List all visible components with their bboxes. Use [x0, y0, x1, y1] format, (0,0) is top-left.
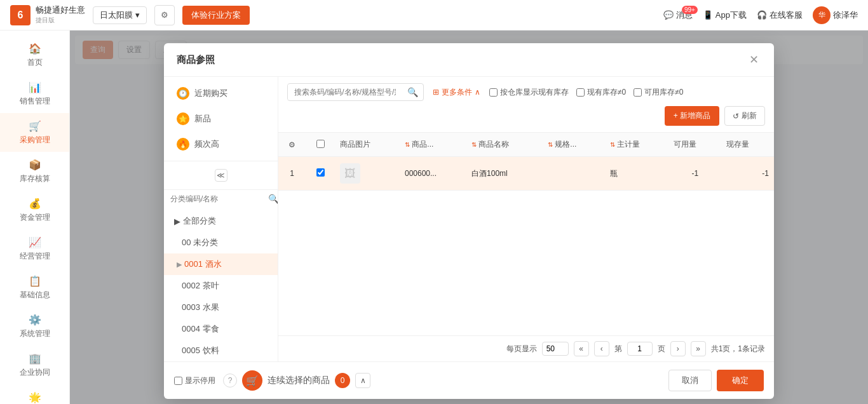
th-checkbox — [306, 133, 335, 157]
th-settings[interactable]: ⚙ — [278, 133, 306, 157]
sidebar-item-purchase[interactable]: 🛒 采购管理 — [0, 113, 69, 152]
message-button[interactable]: 💬 消息 99+ — [663, 10, 693, 21]
quick-recent-purchase[interactable]: 🕐 近期购买 — [172, 83, 270, 104]
page-suffix: 页 — [658, 344, 665, 354]
freq-icon: 🔥 — [177, 138, 189, 151]
trial-button[interactable]: 体验行业方案 — [182, 6, 250, 25]
modal-title: 商品参照 — [177, 54, 215, 66]
modal-header: 商品参照 ✕ — [164, 43, 774, 77]
help-icon[interactable]: ? — [223, 374, 237, 387]
more-filters-button[interactable]: ⊞ 更多条件 ∧ — [429, 84, 484, 100]
product-reference-modal: 商品参照 ✕ 🕐 近期购买 ⭐ — [164, 43, 774, 399]
table-row[interactable]: 1 🖼 000600... 白酒100ml — [278, 157, 774, 191]
sidebar-item-sales-label: 销售管理 — [20, 96, 50, 107]
guide-icon: 🌟 — [29, 391, 41, 403]
category-item-alcohol[interactable]: ▶ 0001 酒水 — [164, 253, 278, 275]
sidebar-item-home-label: 首页 — [27, 57, 43, 68]
sidebar-item-finance[interactable]: 💰 资金管理 — [0, 191, 69, 229]
category-item-beverage[interactable]: 0005 饮料 — [164, 340, 278, 361]
refresh-button[interactable]: ↺ 刷新 — [724, 106, 765, 126]
header-right: 💬 消息 99+ 📱 App下载 🎧 在线客服 华 徐泽华 — [663, 6, 858, 24]
sidebar-item-system[interactable]: ⚙️ 系统管理 — [0, 307, 69, 346]
inventory-icon: 📦 — [29, 158, 41, 171]
settings-button[interactable]: ⚙ — [154, 5, 175, 25]
modal-overlay: 商品参照 ✕ 🕐 近期购买 ⭐ — [70, 30, 868, 404]
sidebar-item-operations-label: 经营管理 — [20, 251, 50, 262]
top-header: 6 畅捷通好生意 捷目版 日太阳膜 ▾ ⚙ 体验行业方案 💬 消息 99+ 📱 … — [0, 0, 868, 30]
cell-available: -1 — [668, 157, 721, 191]
quick-high-frequency[interactable]: 🔥 频次高 — [172, 134, 270, 154]
current-stock-label: 现有库存≠0 — [587, 87, 626, 98]
page-size-select[interactable]: 50 — [542, 342, 569, 356]
category-item-snack[interactable]: 0004 零食 — [164, 318, 278, 340]
cart-button[interactable]: 🛒 — [242, 370, 262, 391]
prev-page-button[interactable]: ‹ — [594, 341, 609, 356]
th-unit[interactable]: ⇅ 主计量 — [605, 133, 669, 157]
category-item-tea[interactable]: 0002 茶叶 — [164, 275, 278, 297]
search-icon[interactable]: 🔍 — [402, 84, 423, 100]
table-header-row: ⚙ 商品图片 ⇅ — [278, 133, 774, 157]
brand-sub: 捷目版 — [36, 16, 85, 25]
sidebar-item-sales[interactable]: 📊 销售管理 — [0, 74, 69, 113]
category-item-fruit[interactable]: 0003 水果 — [164, 297, 278, 318]
th-name[interactable]: ⇅ 商品名称 — [466, 133, 543, 157]
select-all-checkbox[interactable] — [316, 140, 325, 148]
online-service-button[interactable]: 🎧 在线客服 — [757, 10, 803, 21]
collapse-panel-button[interactable]: ≪ — [215, 169, 227, 182]
available-stock-checkbox[interactable] — [634, 88, 642, 97]
th-spec-sort-icon: ⇅ — [548, 141, 553, 148]
avatar: 华 — [813, 6, 831, 24]
show-disabled-checkbox[interactable] — [174, 377, 182, 385]
sidebar-item-operations[interactable]: 📈 经营管理 — [0, 229, 69, 268]
category-search-input[interactable] — [170, 194, 266, 203]
cart-collapse-button[interactable]: ∧ — [355, 373, 370, 388]
warehouse-stock-checkbox[interactable] — [489, 88, 498, 97]
th-code[interactable]: ⇅ 商品... — [400, 133, 466, 157]
category-search-icon[interactable]: 🔍 — [268, 194, 278, 204]
th-unit-label: 主计量 — [617, 140, 640, 149]
quick-new-products[interactable]: ⭐ 新品 — [172, 109, 270, 129]
th-unit-sort-icon: ⇅ — [610, 141, 615, 148]
modal-close-button[interactable]: ✕ — [746, 52, 761, 67]
th-image: 商品图片 — [335, 133, 400, 157]
product-table: ⚙ 商品图片 ⇅ — [278, 133, 774, 191]
cart-label: 连续选择的商品 — [268, 375, 330, 386]
store-selector[interactable]: 日太阳膜 ▾ — [93, 6, 147, 24]
add-product-button[interactable]: + 新增商品 — [665, 106, 719, 126]
category-item-uncategorized[interactable]: 00 未分类 — [164, 232, 278, 253]
current-stock-checkbox[interactable] — [576, 88, 585, 97]
th-spec[interactable]: ⇅ 规格... — [543, 133, 605, 157]
app-download-button[interactable]: 📱 App下载 — [703, 10, 747, 21]
checkbox-current-stock[interactable]: 现有库存≠0 — [576, 87, 626, 98]
sidebar-item-enterprise-label: 企业协同 — [20, 367, 50, 378]
product-search-input[interactable] — [288, 84, 402, 100]
checkbox-warehouse-stock[interactable]: 按仓库显示现有库存 — [489, 87, 569, 98]
cancel-button[interactable]: 取消 — [668, 370, 712, 391]
first-page-button[interactable]: « — [574, 341, 589, 356]
total-info: 共1页，1条记录 — [711, 344, 765, 354]
user-area[interactable]: 华 徐泽华 — [813, 6, 858, 24]
sidebar-item-basic-info[interactable]: 📋 基础信息 — [0, 268, 69, 307]
page-number-input[interactable] — [627, 342, 653, 356]
confirm-button[interactable]: 确定 — [717, 370, 764, 391]
pagination-bar: 每页显示 50 « ‹ 第 页 › » 共1页，1条记录 — [278, 335, 774, 361]
checkbox-available-stock[interactable]: 可用库存≠0 — [634, 87, 683, 98]
sidebar-item-enterprise[interactable]: 🏢 企业协同 — [0, 346, 69, 384]
main-layout: 🏠 首页 📊 销售管理 🛒 采购管理 📦 库存核算 💰 资金管理 📈 经营管理 … — [0, 30, 868, 404]
show-disabled-checkbox-label[interactable]: 显示停用 — [174, 375, 215, 386]
recent-icon: 🕐 — [177, 87, 189, 100]
next-page-button[interactable]: › — [670, 341, 686, 356]
th-code-label: 商品... — [412, 140, 433, 149]
modal-body: 🕐 近期购买 ⭐ 新品 🔥 频次高 — [164, 77, 774, 361]
category-item-all[interactable]: ▶ 全部分类 — [164, 210, 278, 232]
sidebar-item-guide[interactable]: 🌟 新手引导 — [0, 384, 69, 404]
headset-icon: 🎧 — [757, 10, 767, 20]
logo-area: 6 畅捷通好生意 捷目版 — [10, 5, 85, 25]
sidebar-item-inventory[interactable]: 📦 库存核算 — [0, 152, 69, 191]
last-page-button[interactable]: » — [691, 341, 706, 356]
content-area: 查询 设置 刷新 商品参照 ✕ 🕐 — [70, 30, 868, 404]
recent-label: 近期购买 — [194, 88, 227, 99]
sidebar-item-home[interactable]: 🏠 首页 — [0, 36, 69, 74]
row-checkbox[interactable] — [316, 168, 325, 177]
logo-icon: 6 — [10, 5, 31, 25]
